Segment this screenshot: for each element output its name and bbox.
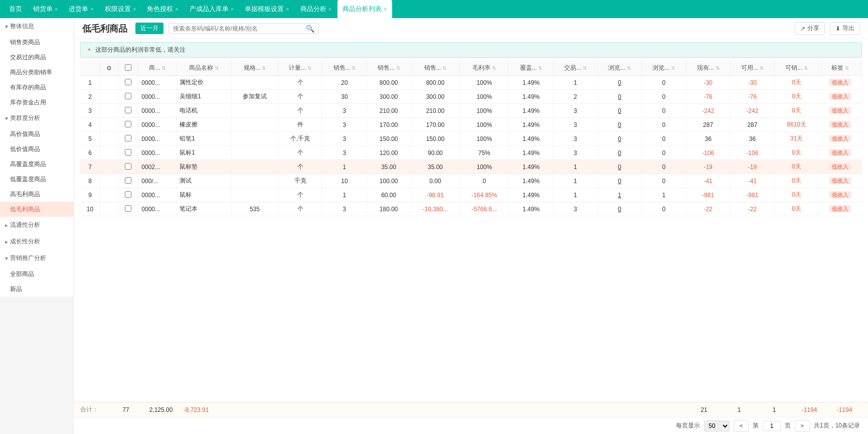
sort-icon-available[interactable]: ⇅: [758, 65, 764, 71]
nav-item-首页[interactable]: 首页: [4, 0, 27, 18]
underline-value[interactable]: 1: [618, 192, 621, 199]
sidebar-item-高覆盖度商品[interactable]: 高覆盖度商品: [0, 157, 74, 172]
sidebar-item-低价值商品[interactable]: 低价值商品: [0, 141, 74, 157]
sort-icon-view1[interactable]: ⇅: [625, 65, 631, 71]
table-area[interactable]: ⚙商... ⇅商品名称 ⇅规格... ⇅计量... ⇅销售... ⇅销售... …: [74, 61, 868, 402]
nav-close-icon[interactable]: ×: [286, 6, 289, 12]
nav-item-销货单[interactable]: 销货单×: [28, 0, 63, 18]
row-checkbox[interactable]: [125, 107, 131, 113]
per-page-select[interactable]: 50 20 100: [704, 420, 730, 431]
row-settings-icon[interactable]: [100, 132, 118, 146]
row-checkbox-cell[interactable]: [118, 90, 138, 104]
sort-icon-trade[interactable]: ⇅: [581, 65, 587, 71]
sidebar-group-营销推广分析[interactable]: ▾营销推广分析: [0, 250, 74, 266]
nav-item-角色授权[interactable]: 角色授权×: [142, 0, 183, 18]
sort-icon-coverage[interactable]: ⇅: [537, 65, 543, 71]
underline-value[interactable]: 0: [618, 107, 621, 114]
nav-item-产成品入库单[interactable]: 产成品入库单×: [185, 0, 239, 18]
nav-close-icon[interactable]: ×: [231, 6, 234, 12]
sort-icon-view2[interactable]: ⇅: [669, 65, 675, 71]
underline-value[interactable]: 0: [618, 164, 621, 171]
row-checkbox[interactable]: [125, 149, 131, 156]
nav-close-icon[interactable]: ×: [90, 6, 93, 12]
sort-icon-code[interactable]: ⇅: [160, 65, 165, 71]
nav-item-商品分析列表[interactable]: 商品分析列表×: [337, 0, 392, 18]
row-checkbox-cell[interactable]: [118, 146, 138, 160]
nav-close-icon[interactable]: ×: [55, 6, 58, 12]
sidebar-group-流通性分析[interactable]: ▸流通性分析: [0, 217, 74, 233]
sidebar-item-有库存的商品[interactable]: 有库存的商品: [0, 80, 74, 95]
row-checkbox-cell[interactable]: [118, 132, 138, 146]
sidebar-item-高价值商品[interactable]: 高价值商品: [0, 126, 74, 141]
row-checkbox[interactable]: [125, 135, 131, 141]
row-checkbox[interactable]: [125, 93, 131, 99]
row-settings-icon[interactable]: [100, 160, 118, 174]
underline-value[interactable]: 0: [618, 150, 621, 157]
sort-icon-name[interactable]: ⇅: [213, 65, 219, 71]
sidebar-item-高毛利商品[interactable]: 高毛利商品: [0, 187, 74, 202]
row-settings-icon[interactable]: [100, 202, 118, 216]
sort-icon-gross_rate[interactable]: ⇅: [490, 65, 496, 71]
col-header-settings[interactable]: ⚙: [100, 61, 118, 76]
row-checkbox-cell[interactable]: [118, 202, 138, 216]
nav-close-icon[interactable]: ×: [328, 6, 331, 12]
underline-value[interactable]: 0: [618, 135, 621, 142]
next-page-button[interactable]: ＞: [795, 420, 810, 431]
sidebar-item-库存资金占用[interactable]: 库存资金占用: [0, 95, 74, 110]
sidebar-item-商品分类助销率[interactable]: 商品分类助销率: [0, 65, 74, 80]
sort-icon-sellable[interactable]: ⇅: [802, 65, 808, 71]
row-settings-icon[interactable]: [100, 174, 118, 188]
sidebar-item-交易过的商品[interactable]: 交易过的商品: [0, 50, 74, 65]
underline-value[interactable]: 0: [618, 79, 621, 86]
underline-value[interactable]: 0: [618, 178, 621, 185]
row-checkbox-cell[interactable]: [118, 160, 138, 174]
page-number-input[interactable]: [763, 421, 781, 431]
row-settings-icon[interactable]: [100, 188, 118, 202]
col-header-checkbox[interactable]: [118, 61, 138, 76]
nav-item-进货单[interactable]: 进货单×: [64, 0, 98, 18]
row-settings-icon[interactable]: [100, 90, 118, 104]
row-checkbox[interactable]: [125, 205, 131, 212]
row-checkbox-cell[interactable]: [118, 104, 138, 118]
row-settings-icon[interactable]: [100, 146, 118, 160]
prev-page-button[interactable]: ＜: [734, 420, 749, 431]
row-checkbox[interactable]: [125, 177, 131, 184]
row-checkbox-cell[interactable]: [118, 76, 138, 90]
period-button[interactable]: 近一月: [135, 23, 163, 34]
select-all-checkbox[interactable]: [125, 64, 131, 71]
underline-value[interactable]: 0: [618, 93, 621, 100]
row-checkbox-cell[interactable]: [118, 174, 138, 188]
sidebar-item-低毛利商品[interactable]: 低毛利商品: [0, 202, 74, 217]
nav-close-icon[interactable]: ×: [175, 6, 178, 12]
sort-icon-tag[interactable]: ⇅: [843, 65, 849, 71]
row-checkbox[interactable]: [125, 121, 131, 127]
search-input[interactable]: [173, 25, 306, 32]
sidebar-item-全部商品[interactable]: 全部商品: [0, 266, 74, 281]
nav-item-商品分析[interactable]: 商品分析×: [295, 0, 336, 18]
sort-icon-unit[interactable]: ⇅: [306, 65, 311, 71]
sort-icon-sales_qty[interactable]: ⇅: [351, 65, 356, 71]
sidebar-item-低覆盖度商品[interactable]: 低覆盖度商品: [0, 172, 74, 187]
sidebar-item-新品[interactable]: 新品: [0, 281, 74, 297]
row-checkbox[interactable]: [125, 191, 131, 198]
export-button[interactable]: ⬇ 导出: [830, 22, 860, 35]
share-button[interactable]: ↗ 分享: [795, 22, 825, 35]
sort-icon-current[interactable]: ⇅: [714, 65, 720, 71]
sidebar-group-整体信息[interactable]: ▾整体信息: [0, 18, 74, 35]
search-icon[interactable]: 🔍: [306, 25, 314, 33]
row-checkbox-cell[interactable]: [118, 118, 138, 132]
nav-item-权限设置[interactable]: 权限设置×: [100, 0, 141, 18]
row-checkbox[interactable]: [125, 163, 131, 170]
sidebar-group-成长性分析[interactable]: ▸成长性分析: [0, 233, 74, 250]
nav-close-icon[interactable]: ×: [384, 6, 387, 12]
sort-icon-spec[interactable]: ⇅: [261, 65, 266, 71]
sort-icon-sales_price[interactable]: ⇅: [395, 65, 400, 71]
row-checkbox[interactable]: [125, 79, 131, 85]
row-checkbox-cell[interactable]: [118, 188, 138, 202]
nav-item-单据模板设置[interactable]: 单据模板设置×: [240, 0, 294, 18]
underline-value[interactable]: 0: [618, 121, 621, 128]
row-settings-icon[interactable]: [100, 104, 118, 118]
sort-icon-sales_profit[interactable]: ⇅: [441, 65, 447, 71]
row-settings-icon[interactable]: [100, 76, 118, 90]
underline-value[interactable]: 0: [618, 206, 621, 213]
